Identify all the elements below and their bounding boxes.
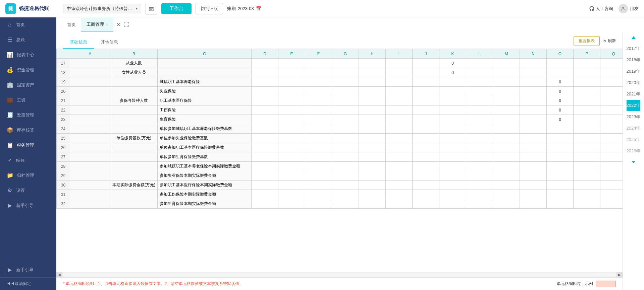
- cell-g[interactable]: [332, 199, 359, 209]
- cell-m[interactable]: [493, 87, 520, 96]
- cell-b[interactable]: [110, 115, 158, 124]
- cell-p[interactable]: [574, 199, 600, 209]
- cell-p[interactable]: [574, 171, 600, 180]
- cell-o[interactable]: [547, 162, 574, 171]
- cell-d[interactable]: [252, 77, 278, 87]
- archive-button[interactable]: [145, 3, 157, 15]
- cell-j[interactable]: [413, 134, 439, 143]
- cell-i[interactable]: [386, 68, 413, 77]
- cell-h[interactable]: [359, 152, 386, 162]
- cell-l[interactable]: [466, 162, 493, 171]
- cell-g[interactable]: [332, 96, 359, 105]
- cell-n[interactable]: [520, 152, 547, 162]
- cell-p[interactable]: [574, 96, 600, 105]
- cell-j[interactable]: [413, 68, 439, 77]
- cell-h[interactable]: [359, 134, 386, 143]
- cell-c[interactable]: 参加城镇职工基本养老保险本期实际缴费金额: [158, 162, 252, 171]
- cell-p[interactable]: [574, 87, 600, 96]
- cell-a[interactable]: [70, 87, 110, 96]
- cell-l[interactable]: [466, 199, 493, 209]
- cell-k[interactable]: [439, 96, 466, 105]
- user-area[interactable]: 用友: [619, 4, 639, 13]
- cell-m[interactable]: [493, 96, 520, 105]
- cell-h[interactable]: [359, 59, 386, 68]
- cell-p[interactable]: [574, 105, 600, 115]
- cell-g[interactable]: [332, 87, 359, 96]
- cell-d[interactable]: [252, 143, 278, 152]
- sub-tab-basic[interactable]: 基础信息: [63, 37, 94, 49]
- cell-b[interactable]: 单位缴费基数(万元): [110, 134, 158, 143]
- cell-f[interactable]: [305, 77, 332, 87]
- spreadsheet-container[interactable]: A B C D E F G H I J: [56, 49, 623, 272]
- cell-f[interactable]: [305, 190, 332, 199]
- cell-i[interactable]: [386, 199, 413, 209]
- year-item-2021[interactable]: 2021年: [627, 88, 641, 100]
- cell-q[interactable]: [600, 171, 623, 180]
- cell-o[interactable]: [547, 143, 574, 152]
- cell-f[interactable]: [305, 68, 332, 77]
- cell-k[interactable]: [439, 162, 466, 171]
- cell-g[interactable]: [332, 59, 359, 68]
- workbench-button[interactable]: 工作台: [161, 3, 192, 14]
- cell-n[interactable]: [520, 180, 547, 190]
- cell-n[interactable]: [520, 162, 547, 171]
- cell-h[interactable]: [359, 68, 386, 77]
- cell-e[interactable]: [278, 68, 305, 77]
- cell-m[interactable]: [493, 115, 520, 124]
- cell-q[interactable]: [600, 134, 623, 143]
- cell-g[interactable]: [332, 105, 359, 115]
- cell-j[interactable]: [413, 199, 439, 209]
- cell-c[interactable]: 生育保险: [158, 115, 252, 124]
- cell-q[interactable]: [600, 162, 623, 171]
- cell-q[interactable]: [600, 199, 623, 209]
- cell-d[interactable]: [252, 115, 278, 124]
- cell-i[interactable]: [386, 87, 413, 96]
- sidebar-item-close[interactable]: ✓结账: [0, 153, 56, 168]
- cell-a[interactable]: [70, 105, 110, 115]
- cell-k[interactable]: [439, 105, 466, 115]
- sidebar-item-report[interactable]: 📊报表中心: [0, 47, 56, 62]
- cell-e[interactable]: [278, 171, 305, 180]
- cell-j[interactable]: [413, 96, 439, 105]
- cell-l[interactable]: [466, 143, 493, 152]
- cell-b[interactable]: [110, 105, 158, 115]
- cell-k[interactable]: [439, 171, 466, 180]
- cell-a[interactable]: [70, 180, 110, 190]
- cell-o[interactable]: [547, 199, 574, 209]
- cell-l[interactable]: [466, 87, 493, 96]
- cell-b[interactable]: 从业人数: [110, 59, 158, 68]
- cell-n[interactable]: [520, 190, 547, 199]
- cell-h[interactable]: [359, 190, 386, 199]
- scroll-right-arrow[interactable]: ▶: [616, 272, 623, 278]
- cell-a[interactable]: [70, 162, 110, 171]
- sidebar-item-salary[interactable]: 💼工资: [0, 92, 56, 107]
- cell-b[interactable]: [110, 162, 158, 171]
- cell-a[interactable]: [70, 124, 110, 134]
- cell-o[interactable]: 0: [547, 96, 574, 105]
- cell-m[interactable]: [493, 143, 520, 152]
- cell-c[interactable]: 职工基本医疗保险: [158, 96, 252, 105]
- cell-o[interactable]: [547, 59, 574, 68]
- cell-o[interactable]: 0: [547, 87, 574, 96]
- cell-j[interactable]: [413, 115, 439, 124]
- sidebar-item-guide[interactable]: ▶新手引导: [0, 198, 56, 213]
- cell-a[interactable]: [70, 68, 110, 77]
- cell-p[interactable]: [574, 59, 600, 68]
- cell-p[interactable]: [574, 124, 600, 134]
- cell-b[interactable]: [110, 152, 158, 162]
- cell-c[interactable]: 工伤保险: [158, 105, 252, 115]
- cell-d[interactable]: [252, 190, 278, 199]
- cell-d[interactable]: [252, 162, 278, 171]
- cell-p[interactable]: [574, 115, 600, 124]
- cell-c[interactable]: 单位参加失业保险缴费基数: [158, 134, 252, 143]
- cell-l[interactable]: [466, 68, 493, 77]
- cell-m[interactable]: [493, 59, 520, 68]
- sidebar-item-ledger[interactable]: ☰总账: [0, 32, 56, 47]
- cell-d[interactable]: [252, 96, 278, 105]
- cell-g[interactable]: [332, 134, 359, 143]
- cell-p[interactable]: [574, 180, 600, 190]
- cell-m[interactable]: [493, 180, 520, 190]
- cell-f[interactable]: [305, 143, 332, 152]
- cell-e[interactable]: [278, 124, 305, 134]
- cell-q[interactable]: [600, 190, 623, 199]
